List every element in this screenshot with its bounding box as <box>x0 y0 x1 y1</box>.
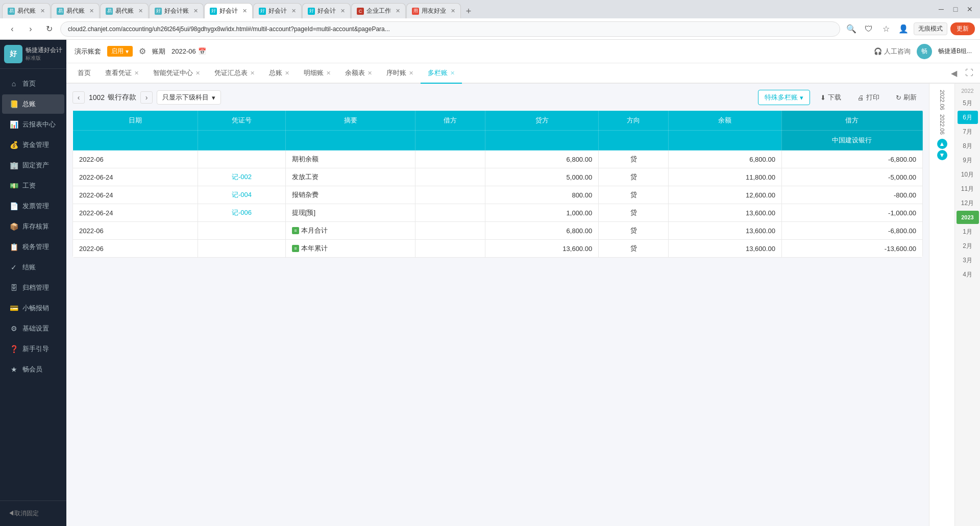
search-icon[interactable]: 🔍 <box>844 22 859 36</box>
month-item-7月[interactable]: 7月 <box>958 125 978 138</box>
tab-close-icon[interactable]: ✕ <box>409 70 413 77</box>
scroll-down-icon[interactable]: ▼ <box>937 150 947 160</box>
sidebar-item-assets[interactable]: 🏢固定资产 <box>2 156 64 175</box>
user-avatar: 畅 <box>917 44 932 59</box>
account-code: 1002 <box>89 93 105 102</box>
page-tab-balance-sheet[interactable]: 余额表✕ <box>338 63 379 84</box>
tab-close-icon[interactable]: ✕ <box>134 70 139 77</box>
tab-close-icon[interactable]: ✕ <box>250 70 255 77</box>
sidebar-item-salary[interactable]: 💵工资 <box>2 176 64 195</box>
ledger-header: ‹ 1002 银行存款 › 只显示下级科目 ▾ 特殊多栏账 <box>72 90 923 105</box>
sidebar-item-settings[interactable]: ⚙基础设置 <box>2 319 64 338</box>
tab-close-icon[interactable]: ✕ <box>368 70 372 77</box>
browser-tab-3[interactable]: 易易代账✕ <box>100 3 149 18</box>
refresh-nav-btn[interactable]: ↻ <box>42 22 56 36</box>
month-item-9月[interactable]: 9月 <box>958 154 978 167</box>
sidebar-item-invoice[interactable]: 📄发票管理 <box>2 196 64 216</box>
month-item-2023-4月[interactable]: 4月 <box>958 268 978 281</box>
expand-tabs-icon[interactable]: ⛶ <box>963 66 976 80</box>
collapse-tabs-icon[interactable]: ◀ <box>947 66 961 80</box>
prev-account-btn[interactable]: ‹ <box>72 91 85 104</box>
month-item-11月[interactable]: 11月 <box>958 182 978 195</box>
cell-summary: 提现[预] <box>285 204 415 222</box>
month-item-12月[interactable]: 12月 <box>958 196 978 210</box>
back-btn[interactable]: ‹ <box>5 22 19 36</box>
tab-close-icon[interactable]: ✕ <box>195 70 200 77</box>
address-input[interactable] <box>60 21 840 37</box>
month-item-5月[interactable]: 5月 <box>958 96 978 110</box>
tab-close-icon[interactable]: ✕ <box>326 70 331 77</box>
col-summary-sub <box>285 131 415 151</box>
filter-select[interactable]: 只显示下级科目 ▾ <box>157 90 221 105</box>
toolbar-right: 🎧 人工咨询 畅 畅捷通B组... <box>874 44 972 59</box>
page-tab-sequence-ledger[interactable]: 序时账✕ <box>379 63 421 84</box>
month-item-2023-3月[interactable]: 3月 <box>958 254 978 267</box>
forward-btn[interactable]: › <box>23 22 38 36</box>
settings-icon[interactable]: ⚙ <box>139 46 146 56</box>
service-btn[interactable]: 🎧 人工咨询 <box>874 47 911 56</box>
sidebar-item-closing[interactable]: ✓结账 <box>2 258 64 277</box>
sidebar-item-archive[interactable]: 🗄归档管理 <box>2 278 64 297</box>
browser-tab-8[interactable]: C企业工作✕ <box>351 3 406 18</box>
account-set-label: 演示账套 <box>75 47 101 56</box>
browser-tab-5[interactable]: 好好会计✕ <box>204 3 253 18</box>
cell-debit <box>415 204 485 222</box>
page-tab-smart-voucher[interactable]: 智能凭证中心✕ <box>146 63 207 84</box>
extension-icon[interactable]: 🛡 <box>862 22 876 36</box>
sidebar-item-reports[interactable]: 📊云报表中心 <box>2 115 64 134</box>
page-tab-nav: 首页查看凭证✕智能凭证中心✕凭证汇总表✕总账✕明细账✕余额表✕序时账✕多栏账✕ … <box>66 63 980 84</box>
tab-close-icon[interactable]: ✕ <box>450 70 455 77</box>
tab-close-icon[interactable]: ✕ <box>285 70 289 77</box>
close-btn[interactable]: ✕ <box>964 3 976 15</box>
refresh-btn[interactable]: ↻ 刷新 <box>890 90 923 105</box>
sidebar-item-member[interactable]: ★畅会员 <box>2 360 64 379</box>
maximize-btn[interactable]: □ <box>949 3 962 15</box>
page-tab-home[interactable]: 首页 <box>70 63 98 84</box>
profile-icon[interactable]: 👤 <box>896 22 911 36</box>
month-item-2023-2月[interactable]: 2月 <box>958 239 978 253</box>
minimize-btn[interactable]: ─ <box>935 3 947 15</box>
browser-tab-6[interactable]: 好好会计✕ <box>253 3 302 18</box>
account-status-badge[interactable]: 启用 ▾ <box>107 46 133 57</box>
sidebar-item-tax[interactable]: 📋税务管理 <box>2 237 64 257</box>
print-btn[interactable]: 🖨 打印 <box>851 90 886 105</box>
browser-tab-7[interactable]: 好好会计✕ <box>302 3 351 18</box>
star-icon[interactable]: ☆ <box>879 22 893 36</box>
calendar-icon[interactable]: 📅 <box>198 47 206 55</box>
page-tab-multi-col-ledger[interactable]: 多栏账✕ <box>421 63 462 84</box>
browser-tab-2[interactable]: 易易代账✕ <box>51 3 100 18</box>
page-tab-voucher-view[interactable]: 查看凭证✕ <box>98 63 146 84</box>
browser-actions: 🔍 🛡 ☆ 👤 无痕模式 更新 <box>844 22 975 36</box>
sidebar-item-inventory[interactable]: 📦库存核算 <box>2 217 64 236</box>
page-tab-detail-ledger[interactable]: 明细账✕ <box>297 63 338 84</box>
new-tab-btn[interactable]: + <box>461 4 476 18</box>
cell-extra: -6,800.00 <box>781 151 922 168</box>
next-account-btn[interactable]: › <box>140 91 153 104</box>
page-tab-general-ledger[interactable]: 总账✕ <box>262 63 297 84</box>
browser-tab-1[interactable]: 易易代账✕ <box>2 3 51 18</box>
update-btn[interactable]: 更新 <box>950 22 975 35</box>
cell-voucher[interactable]: 记-006 <box>198 204 286 222</box>
col-balance-sub <box>668 131 781 151</box>
browser-tab-9[interactable]: 用用友好业✕ <box>406 3 461 18</box>
sidebar-item-expense[interactable]: 💳小畅报销 <box>2 298 64 318</box>
special-ledger-btn[interactable]: 特殊多栏账 ▾ <box>758 90 810 105</box>
download-btn[interactable]: ⬇ 下载 <box>814 90 847 105</box>
col-voucher-sub <box>198 131 286 151</box>
no-trace-btn[interactable]: 无痕模式 <box>914 22 947 35</box>
page-tab-voucher-summary[interactable]: 凭证汇总表✕ <box>207 63 262 84</box>
sidebar-item-home[interactable]: ⌂首页 <box>2 74 64 93</box>
cell-voucher[interactable]: 记-002 <box>198 168 286 186</box>
month-item-8月[interactable]: 8月 <box>958 139 978 153</box>
cell-extra: -1,000.00 <box>781 204 922 222</box>
cell-voucher[interactable]: 记-004 <box>198 186 286 204</box>
month-item-6月[interactable]: 6月 <box>958 111 978 124</box>
sidebar-item-funds[interactable]: 💰资金管理 <box>2 135 64 155</box>
sidebar-item-guide[interactable]: ❓新手引导 <box>2 339 64 359</box>
browser-tab-4[interactable]: 好好会计账✕ <box>149 3 204 18</box>
month-item-2023-1月[interactable]: 1月 <box>958 225 978 238</box>
scroll-up-icon[interactable]: ▲ <box>937 139 947 149</box>
month-item-10月[interactable]: 10月 <box>958 168 978 181</box>
unpin-btn[interactable]: ◀取消固定 <box>5 506 61 521</box>
sidebar-item-ledger[interactable]: 📒总账 <box>2 94 64 114</box>
